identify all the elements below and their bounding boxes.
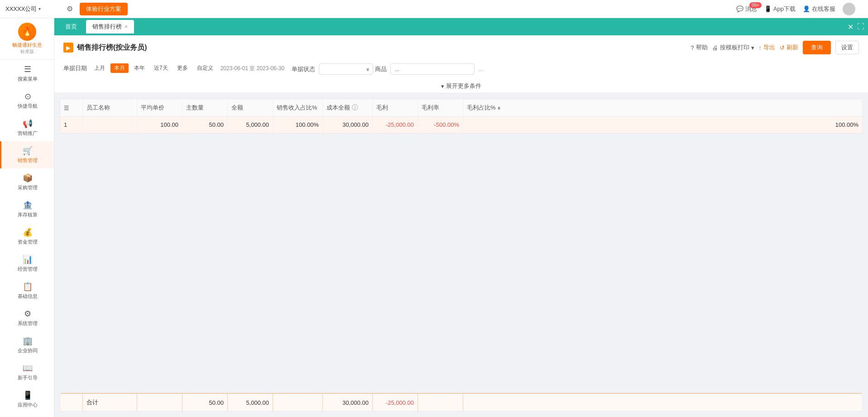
date-tab-this-month[interactable]: 本月 bbox=[110, 63, 129, 73]
footer-avg-price bbox=[137, 394, 182, 411]
date-tab-7-days[interactable]: 近7天 bbox=[150, 63, 172, 73]
status-select[interactable] bbox=[319, 63, 373, 75]
status-filter-group: 单据状态 bbox=[292, 63, 368, 75]
goods-more-icon[interactable]: ... bbox=[478, 66, 483, 72]
sidebar-item-system[interactable]: ⚙ 系统管理 bbox=[0, 304, 54, 331]
sidebar-item-basics[interactable]: 📋 基础信息 bbox=[0, 277, 54, 304]
print-button[interactable]: 🖨 按模板打印 ▾ bbox=[712, 43, 754, 52]
tab-home[interactable]: 首页 bbox=[58, 18, 84, 35]
help-button[interactable]: ? 帮助 bbox=[691, 43, 707, 52]
sidebar-label-purchase: 采购管理 bbox=[18, 184, 38, 191]
finance-icon: 💰 bbox=[23, 227, 33, 237]
sidebar-label-finance: 资金管理 bbox=[18, 239, 38, 245]
message-button[interactable]: 💬 消息 99+ bbox=[736, 5, 757, 13]
sidebar-item-wechat[interactable]: 💬 企业微信 bbox=[0, 413, 54, 417]
export-icon: ↑ bbox=[759, 44, 762, 51]
sidebar-label-enterprise: 企业协同 bbox=[18, 347, 38, 354]
gross-ratio-icon[interactable]: ♦ bbox=[498, 104, 501, 111]
filter-row: 单据日期 上月 本月 本年 近7天 更多 自定义 2023-06-01 至 20… bbox=[63, 59, 859, 79]
sidebar-item-quick-nav[interactable]: ⊙ 快捷导航 bbox=[0, 87, 54, 114]
tab-label: 销售排行榜 bbox=[92, 23, 122, 31]
query-button[interactable]: 查询 bbox=[803, 41, 831, 54]
th-main-qty: 主数量 bbox=[182, 99, 228, 116]
sidebar-item-search-orders[interactable]: ☰ 搜索菜单 bbox=[0, 60, 54, 87]
home-icon: ⊙ bbox=[24, 91, 31, 101]
sidebar-item-inventory[interactable]: 🏦 库存核算 bbox=[0, 196, 54, 223]
status-select-wrapper bbox=[319, 63, 373, 75]
sidebar-item-finance[interactable]: 💰 资金管理 bbox=[0, 223, 54, 250]
td-rank: 1 bbox=[60, 117, 83, 133]
sidebar-label-inventory: 库存核算 bbox=[18, 211, 38, 218]
footer-main-qty: 50.00 bbox=[182, 394, 228, 411]
sidebar: 🔥 畅捷通好生意 标准版 ☰ 搜索菜单 ⊙ 快捷导航 📢 营销推广 🛒 销售管理… bbox=[0, 18, 54, 417]
chevron-down-icon: ▾ bbox=[38, 6, 41, 11]
date-tab-this-year[interactable]: 本年 bbox=[130, 63, 149, 73]
sidebar-item-operations[interactable]: 📊 经营管理 bbox=[0, 250, 54, 277]
sidebar-label-search: 搜索菜单 bbox=[18, 76, 38, 82]
td-main-qty: 50.00 bbox=[182, 117, 228, 133]
sidebar-label-basics: 基础信息 bbox=[18, 293, 38, 300]
refresh-icon: ↺ bbox=[780, 44, 785, 51]
trial-button[interactable]: 体验行业方案 bbox=[80, 3, 128, 15]
td-cost: 30,000.00 bbox=[323, 117, 373, 133]
th-cost: 成本全额 ⓘ bbox=[323, 99, 373, 116]
page-settings-button[interactable]: 设置 bbox=[835, 41, 859, 54]
th-gross-rate: 毛利率 bbox=[418, 99, 463, 116]
company-name: XXXXX公司 bbox=[5, 5, 37, 13]
avatar[interactable] bbox=[843, 3, 855, 15]
close-window-icon[interactable]: ✕ bbox=[848, 23, 854, 31]
date-tab-custom[interactable]: 自定义 bbox=[193, 63, 217, 73]
system-icon: ⚙ bbox=[24, 309, 31, 319]
inventory-icon: 🏦 bbox=[23, 200, 33, 210]
filter-more-row: ▾ 展开更多条件 bbox=[63, 79, 859, 93]
sidebar-label-operations: 经营管理 bbox=[18, 266, 38, 273]
expand-more-button[interactable]: ▾ 展开更多条件 bbox=[441, 82, 481, 90]
tab-sales-ranking[interactable]: 销售排行榜 × bbox=[86, 20, 134, 34]
sidebar-item-appstore[interactable]: 📱 应用中心 bbox=[0, 386, 54, 413]
cost-info-icon[interactable]: ⓘ bbox=[352, 104, 358, 112]
date-filter-group: 单据日期 上月 本月 本年 近7天 更多 自定义 2023-06-01 至 20… bbox=[63, 63, 284, 73]
tab-bar-right: ✕ ⛶ bbox=[848, 23, 864, 31]
sidebar-label-appstore: 应用中心 bbox=[18, 402, 38, 408]
date-tabs: 上月 本月 本年 近7天 更多 自定义 bbox=[91, 63, 217, 73]
sidebar-logo: 🔥 畅捷通好生意 标准版 bbox=[0, 18, 54, 60]
date-tab-last-month[interactable]: 上月 bbox=[91, 63, 109, 73]
table-footer-container: 合计 50.00 5,000.00 30,000.00 -25,000.00 bbox=[60, 393, 863, 412]
page-actions: ? 帮助 🖨 按模板打印 ▾ ↑ 导出 ↺ bbox=[691, 41, 859, 54]
table-row: 1 100.00 50.00 5,000.00 100.00% 30,000.0… bbox=[60, 117, 862, 133]
footer-empty bbox=[60, 394, 83, 411]
app-download-label: App下载 bbox=[773, 5, 796, 13]
maximize-icon[interactable]: ⛶ bbox=[857, 23, 864, 31]
data-table: ☰ 员工名称 平均单价 主数量 全额 bbox=[60, 99, 863, 134]
export-button[interactable]: ↑ 导出 bbox=[759, 43, 776, 52]
sidebar-label-marketing: 营销推广 bbox=[18, 130, 38, 137]
settings-icon[interactable]: ⚙ bbox=[63, 3, 76, 15]
drag-icon: ☰ bbox=[64, 105, 69, 111]
sidebar-item-guide[interactable]: 📖 新手引导 bbox=[0, 359, 54, 386]
table-area: ☰ 员工名称 平均单价 主数量 全额 bbox=[54, 93, 868, 417]
back-button[interactable]: ▶ bbox=[63, 43, 73, 53]
td-amount: 5,000.00 bbox=[228, 117, 273, 133]
th-avg-price: 平均单价 bbox=[137, 99, 182, 116]
th-rank: ☰ bbox=[60, 99, 83, 116]
basics-icon: 📋 bbox=[23, 282, 33, 292]
sidebar-item-enterprise[interactable]: 🏢 企业协同 bbox=[0, 331, 54, 359]
print-dropdown-icon: ▾ bbox=[751, 44, 754, 51]
sidebar-item-sales[interactable]: 🛒 销售管理 bbox=[0, 141, 54, 168]
td-gross: -25,000.00 bbox=[373, 117, 418, 133]
goods-input[interactable] bbox=[390, 63, 475, 75]
date-tab-more[interactable]: 更多 bbox=[173, 63, 192, 73]
app-download-button[interactable]: 📱 App下载 bbox=[764, 5, 796, 13]
th-gross: 毛利 bbox=[373, 99, 418, 116]
company-selector[interactable]: XXXXX公司 ▾ bbox=[5, 5, 60, 13]
online-service-button[interactable]: 👤 在线客服 bbox=[803, 5, 835, 13]
sidebar-item-purchase[interactable]: 📦 采购管理 bbox=[0, 168, 54, 196]
tab-bar: 首页 销售排行榜 × ✕ ⛶ bbox=[54, 18, 868, 35]
marketing-icon: 📢 bbox=[23, 119, 33, 129]
message-badge: 99+ bbox=[749, 2, 762, 8]
sidebar-item-marketing[interactable]: 📢 营销推广 bbox=[0, 114, 54, 141]
tab-close-icon[interactable]: × bbox=[125, 24, 128, 30]
refresh-button[interactable]: ↺ 刷新 bbox=[780, 43, 798, 52]
td-gross-ratio: 100.00% bbox=[463, 117, 862, 133]
table-header-row: ☰ 员工名称 平均单价 主数量 全额 bbox=[60, 99, 862, 117]
